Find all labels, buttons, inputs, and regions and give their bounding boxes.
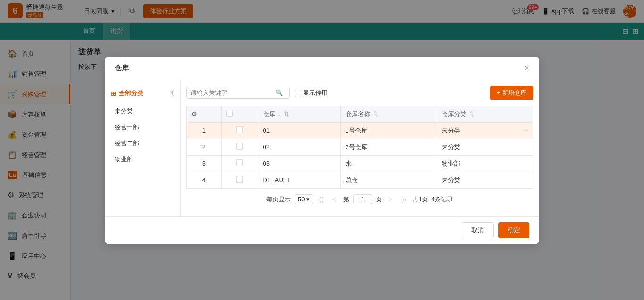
- row-name-3: 水: [340, 155, 437, 172]
- row-category-1: 未分类 ···: [437, 122, 533, 139]
- next-page-button[interactable]: ＞: [386, 194, 396, 205]
- category-panel: ⊞ 全部分类 《 未分类 经营一部 经营二部 物业部: [105, 80, 181, 216]
- col-settings-icon: ⚙: [191, 110, 197, 117]
- show-disabled-checkbox[interactable]: [295, 90, 301, 96]
- search-icon[interactable]: 🔍: [275, 89, 283, 96]
- show-disabled-label[interactable]: 显示停用: [295, 89, 328, 97]
- search-input[interactable]: [190, 89, 275, 96]
- row-category-3: 物业部: [437, 155, 533, 172]
- search-box: 🔍: [186, 87, 290, 99]
- cancel-button[interactable]: 取消: [462, 222, 494, 238]
- row-checkbox-4[interactable]: [221, 172, 258, 188]
- row-select-3[interactable]: [236, 159, 243, 166]
- last-page-button[interactable]: ⟩⟩: [400, 195, 408, 204]
- table-row[interactable]: 2 02 2号仓库 未分类: [187, 139, 533, 155]
- row-name-4: 总仓: [340, 172, 437, 188]
- row-name-1: 1号仓库: [340, 122, 437, 139]
- row-code-4: DEFAULT: [258, 172, 340, 188]
- modal-header: 仓库 ×: [105, 57, 539, 80]
- warehouse-modal: 仓库 × ⊞ 全部分类 《 未分类 经营一部: [105, 57, 539, 244]
- checkbox-col-header: [221, 106, 258, 122]
- per-page-label: 每页显示: [266, 195, 291, 204]
- row-checkbox-2[interactable]: [221, 139, 258, 155]
- category-col-header: 仓库分类 ⇅: [437, 106, 533, 122]
- table-body: 1 01 1号仓库 未分类 ··· 2: [187, 122, 533, 188]
- category-header: ⊞ 全部分类 《: [105, 86, 180, 103]
- category-item-dept1[interactable]: 经营一部: [105, 119, 180, 135]
- table-header-row: ⚙ 仓库... ⇅ 仓库名称 ⇅: [187, 106, 533, 122]
- category-item-property[interactable]: 物业部: [105, 151, 180, 167]
- warehouse-table: ⚙ 仓库... ⇅ 仓库名称 ⇅: [186, 106, 533, 189]
- row-num-3: 3: [187, 155, 222, 172]
- row-code-1: 01: [258, 122, 340, 139]
- row-checkbox-3[interactable]: [221, 155, 258, 172]
- name-col-header: 仓库名称 ⇅: [340, 106, 437, 122]
- category-item-dept2[interactable]: 经营二部: [105, 135, 180, 151]
- select-all-checkbox[interactable]: [226, 110, 233, 117]
- page-unit: 页: [376, 195, 382, 204]
- category-sort-icon[interactable]: ⇅: [470, 110, 475, 117]
- table-row[interactable]: 1 01 1号仓库 未分类 ···: [187, 122, 533, 139]
- first-page-button[interactable]: ⟨⟨: [317, 195, 325, 204]
- table-toolbar: 🔍 显示停用 + 新增仓库: [186, 86, 533, 100]
- settings-col-header: ⚙: [187, 106, 222, 122]
- page-input[interactable]: [353, 194, 372, 204]
- row-select-1[interactable]: [236, 126, 243, 133]
- total-info: 共1页, 4条记录: [412, 195, 453, 204]
- table-panel: 🔍 显示停用 + 新增仓库 ⚙: [181, 80, 539, 216]
- row-category-2: 未分类: [437, 139, 533, 155]
- per-page-chevron: ▾: [306, 196, 310, 203]
- collapse-icon[interactable]: 《: [167, 89, 174, 99]
- confirm-button[interactable]: 确定: [498, 222, 529, 238]
- row-num-4: 4: [187, 172, 222, 188]
- table-header: ⚙ 仓库... ⇅ 仓库名称 ⇅: [187, 106, 533, 122]
- row-select-2[interactable]: [236, 143, 243, 150]
- modal-close-button[interactable]: ×: [524, 63, 529, 73]
- table-row[interactable]: 4 DEFAULT 总仓 未分类: [187, 172, 533, 188]
- pagination: 每页显示 50 ▾ ⟨⟨ ＜ 第 页 ＞ ⟩⟩ 共1页, 4条记录: [186, 189, 533, 210]
- category-all-item[interactable]: ⊞ 全部分类: [111, 89, 143, 98]
- row-category-4: 未分类: [437, 172, 533, 188]
- modal-footer: 取消 确定: [105, 216, 539, 244]
- row-code-3: 03: [258, 155, 340, 172]
- modal-overlay: 仓库 × ⊞ 全部分类 《 未分类 经营一部: [0, 0, 644, 300]
- code-col-header: 仓库... ⇅: [258, 106, 340, 122]
- name-sort-icon[interactable]: ⇅: [373, 110, 379, 117]
- prev-page-button[interactable]: ＜: [329, 194, 339, 205]
- row-code-2: 02: [258, 139, 340, 155]
- row-num-1: 1: [187, 122, 222, 139]
- add-warehouse-button[interactable]: + 新增仓库: [490, 86, 533, 100]
- category-all-label: 全部分类: [119, 89, 143, 98]
- category-item-unclassified[interactable]: 未分类: [105, 103, 180, 119]
- per-page-select[interactable]: 50 ▾: [295, 194, 313, 204]
- modal-body: ⊞ 全部分类 《 未分类 经营一部 经营二部 物业部: [105, 80, 539, 216]
- code-sort-icon[interactable]: ⇅: [284, 110, 289, 117]
- row-num-2: 2: [187, 139, 222, 155]
- modal-title: 仓库: [115, 64, 129, 73]
- row-checkbox-1[interactable]: [221, 122, 258, 139]
- row-select-4[interactable]: [236, 176, 243, 183]
- grid-icon: ⊞: [111, 90, 116, 97]
- table-row[interactable]: 3 03 水 物业部: [187, 155, 533, 172]
- page-label: 第: [343, 195, 349, 204]
- row-name-2: 2号仓库: [340, 139, 437, 155]
- row-more-1[interactable]: ···: [523, 126, 528, 133]
